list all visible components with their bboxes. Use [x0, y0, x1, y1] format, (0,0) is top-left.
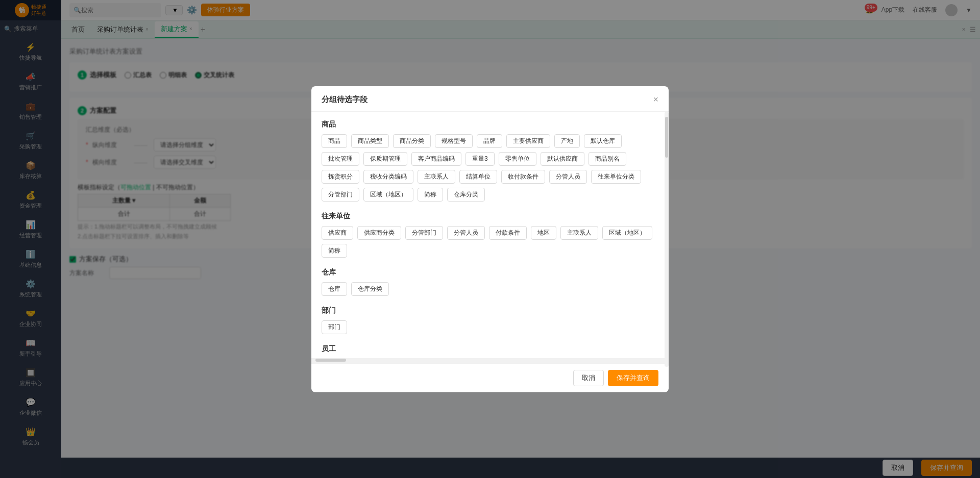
field-tag[interactable]: 仓库	[322, 282, 347, 296]
modal-title: 分组待选字段	[322, 95, 368, 105]
field-group-staff-title: 员工	[322, 344, 658, 354]
modal-dialog: 分组待选字段 × 商品 商品 商品类型 商品分类 规格型号 品牌 主要供应商 产…	[311, 86, 669, 392]
field-tag[interactable]: 简称	[322, 244, 347, 258]
field-tag[interactable]: 税收分类编码	[363, 170, 413, 184]
field-tag[interactable]: 拣货积分	[322, 170, 359, 184]
field-tag[interactable]: 结算单位	[459, 170, 497, 184]
field-tag[interactable]: 仓库分类	[447, 188, 485, 202]
field-group-staff: 员工 业务员	[322, 344, 658, 359]
modal-footer: 取消 保存并查询	[311, 363, 669, 392]
field-tag[interactable]: 默认供应商	[541, 152, 584, 166]
field-group-warehouse-title: 仓库	[322, 268, 658, 277]
field-tag[interactable]: 主联系人	[418, 170, 455, 184]
field-group-partner: 往来单位 供应商 供应商分类 分管部门 分管人员 付款条件 地区 主联系人 区域…	[322, 212, 658, 258]
dept-field-tags: 部门	[322, 320, 658, 334]
field-group-product-title: 商品	[322, 120, 658, 129]
field-tag[interactable]: 规格型号	[435, 134, 473, 148]
field-tag[interactable]: 收付款条件	[501, 170, 545, 184]
field-tag[interactable]: 分管人员	[447, 226, 485, 240]
modal-body: 商品 商品 商品类型 商品分类 规格型号 品牌 主要供应商 产地 默认仓库 批次…	[311, 112, 669, 359]
field-group-dept: 部门 部门	[322, 306, 658, 334]
field-group-product: 商品 商品 商品类型 商品分类 规格型号 品牌 主要供应商 产地 默认仓库 批次…	[322, 120, 658, 202]
field-tag[interactable]: 主联系人	[560, 226, 598, 240]
field-tag[interactable]: 商品别名	[589, 152, 626, 166]
field-tag[interactable]: 主要供应商	[506, 134, 550, 148]
field-group-dept-title: 部门	[322, 306, 658, 315]
partner-field-tags: 供应商 供应商分类 分管部门 分管人员 付款条件 地区 主联系人 区域（地区） …	[322, 226, 658, 258]
cancel-button[interactable]: 取消	[573, 370, 604, 386]
field-tag[interactable]: 批次管理	[322, 152, 359, 166]
save-query-button[interactable]: 保存并查询	[608, 370, 658, 386]
field-tag[interactable]: 品牌	[477, 134, 502, 148]
field-tag[interactable]: 客户商品编码	[411, 152, 461, 166]
field-tag[interactable]: 商品类型	[351, 134, 389, 148]
field-tag[interactable]: 部门	[322, 320, 347, 334]
field-group-partner-title: 往来单位	[322, 212, 658, 221]
modal-close-button[interactable]: ×	[653, 94, 658, 105]
field-tag[interactable]: 产地	[554, 134, 580, 148]
field-tag[interactable]: 区域（地区）	[363, 188, 413, 202]
field-group-warehouse: 仓库 仓库 仓库分类	[322, 268, 658, 296]
field-tag[interactable]: 重量3	[465, 152, 495, 166]
field-tag[interactable]: 地区	[531, 226, 556, 240]
field-tag[interactable]: 默认仓库	[584, 134, 622, 148]
product-field-tags: 商品 商品类型 商品分类 规格型号 品牌 主要供应商 产地 默认仓库 批次管理 …	[322, 134, 658, 202]
field-tag[interactable]: 商品	[322, 134, 347, 148]
field-tag[interactable]: 零售单位	[499, 152, 536, 166]
horizontal-scrollbar	[311, 359, 669, 363]
field-tag[interactable]: 仓库分类	[351, 282, 389, 296]
field-tag[interactable]: 保质期管理	[363, 152, 407, 166]
h-scrollbar-thumb[interactable]	[315, 359, 346, 362]
scrollbar-thumb[interactable]	[665, 117, 668, 158]
field-tag[interactable]: 分管人员	[549, 170, 587, 184]
modal-header: 分组待选字段 ×	[311, 86, 669, 112]
field-tag[interactable]: 简称	[418, 188, 443, 202]
modal-overlay: 分组待选字段 × 商品 商品 商品类型 商品分类 规格型号 品牌 主要供应商 产…	[0, 0, 980, 478]
field-tag[interactable]: 分管部门	[405, 226, 443, 240]
field-tag[interactable]: 商品分类	[393, 134, 431, 148]
field-tag[interactable]: 供应商	[322, 226, 353, 240]
field-tag[interactable]: 分管部门	[322, 188, 359, 202]
warehouse-field-tags: 仓库 仓库分类	[322, 282, 658, 296]
field-tag[interactable]: 区域（地区）	[602, 226, 652, 240]
field-tag[interactable]: 付款条件	[489, 226, 527, 240]
field-tag[interactable]: 往来单位分类	[591, 170, 641, 184]
field-tag[interactable]: 供应商分类	[357, 226, 401, 240]
